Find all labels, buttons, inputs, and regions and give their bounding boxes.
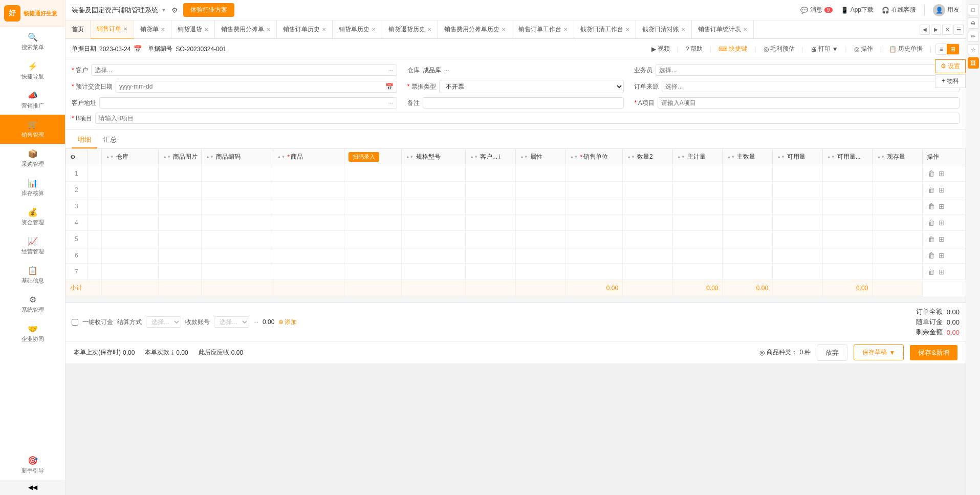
row-customer-5[interactable] bbox=[466, 231, 516, 247]
address-input[interactable]: ··· bbox=[99, 97, 397, 109]
list-view-btn[interactable]: ≡ bbox=[936, 44, 947, 54]
tab-sales-return[interactable]: 销货退货 ✕ bbox=[171, 20, 215, 39]
row-spec-1[interactable] bbox=[401, 165, 466, 182]
tab-order-workbench[interactable]: 销售订单工作台 ✕ bbox=[512, 20, 574, 39]
row-copy-btn-7[interactable]: ⊞ bbox=[938, 268, 946, 276]
row-unit-1[interactable] bbox=[565, 165, 623, 182]
sidebar-item-purchase[interactable]: 📦 采购管理 bbox=[0, 144, 65, 173]
row-delete-btn-2[interactable]: 🗑 bbox=[927, 186, 936, 194]
row-unit-2[interactable] bbox=[565, 182, 623, 198]
save-new-button[interactable]: 保存&新增 bbox=[910, 345, 957, 360]
sidebar-collapse-btn[interactable]: ◀◀ bbox=[0, 480, 65, 495]
row-delete-btn-1[interactable]: 🗑 bbox=[927, 169, 936, 178]
code-sort-icon[interactable]: ▲▼ bbox=[206, 155, 214, 159]
row-unit-6[interactable] bbox=[565, 247, 623, 264]
warehouse-sort-icon[interactable]: ▲▼ bbox=[106, 155, 114, 159]
customer-input[interactable]: ··· bbox=[91, 64, 397, 76]
right-sidebar-btn-5[interactable]: 🖼 bbox=[968, 57, 979, 69]
row-product-5[interactable] bbox=[273, 231, 344, 247]
row-copy-btn-2[interactable]: ⊞ bbox=[938, 186, 946, 194]
view-btn[interactable]: ▶ 视频 bbox=[648, 43, 673, 55]
row-customer-3[interactable] bbox=[466, 198, 516, 214]
row-delete-btn-4[interactable]: 🗑 bbox=[927, 219, 936, 227]
qty2-sort-icon[interactable]: ▲▼ bbox=[627, 155, 635, 159]
row-attr-1[interactable] bbox=[515, 165, 565, 182]
tab-close-icon[interactable]: ✕ bbox=[563, 27, 568, 32]
sidebar-item-marketing[interactable]: 📣 营销推广 bbox=[0, 85, 65, 115]
tab-invoice-history[interactable]: 销货单历史 ✕ bbox=[333, 20, 382, 39]
row-main-qty-2[interactable] bbox=[723, 182, 773, 198]
row-attr-3[interactable] bbox=[515, 198, 565, 214]
row-main-qty-3[interactable] bbox=[723, 198, 773, 214]
row-main-qty-7[interactable] bbox=[723, 264, 773, 280]
customer-dots-icon[interactable]: ··· bbox=[388, 67, 394, 74]
row-main-qty-6[interactable] bbox=[723, 247, 773, 264]
tab-detail[interactable]: 明细 bbox=[72, 132, 97, 148]
row-attr-4[interactable] bbox=[515, 214, 565, 231]
add-payment-btn[interactable]: ⊕ 添加 bbox=[278, 318, 297, 327]
row-warehouse-4[interactable] bbox=[101, 214, 159, 231]
sidebar-item-sales[interactable]: 🛒 销售管理 bbox=[0, 115, 65, 144]
row-customer-7[interactable] bbox=[466, 264, 516, 280]
order-source-field[interactable] bbox=[665, 83, 956, 90]
tab-order-stats[interactable]: 销售订单统计表 ✕ bbox=[692, 20, 754, 39]
a-project-input[interactable] bbox=[658, 97, 960, 109]
sidebar-item-basic[interactable]: 📋 基础信息 bbox=[0, 261, 65, 290]
row-warehouse-3[interactable] bbox=[101, 198, 159, 214]
row-product-6[interactable] bbox=[273, 247, 344, 264]
sidebar-item-finance[interactable]: 💰 资金管理 bbox=[0, 202, 65, 231]
sidebar-item-inventory[interactable]: 📊 库存核算 bbox=[0, 173, 65, 202]
discard-button[interactable]: 放弃 bbox=[817, 345, 847, 361]
row-main-qty-4[interactable] bbox=[723, 214, 773, 231]
unit-sort-icon[interactable]: ▲▼ bbox=[570, 155, 578, 159]
sidebar-item-system[interactable]: ⚙ 系统管理 bbox=[0, 290, 65, 319]
salesperson-input-field[interactable] bbox=[659, 67, 956, 74]
current-info-icon[interactable]: ℹ bbox=[171, 349, 174, 356]
right-sidebar-btn-3[interactable]: ✏ bbox=[968, 31, 979, 42]
delivery-input[interactable]: 📅 bbox=[116, 81, 397, 93]
row-spec-3[interactable] bbox=[401, 198, 466, 214]
row-product-7[interactable] bbox=[273, 264, 344, 280]
tab-close-icon[interactable]: ✕ bbox=[681, 27, 685, 32]
b-project-input[interactable] bbox=[95, 113, 960, 124]
settings-icon[interactable]: ⚙ bbox=[171, 6, 178, 14]
row-spec-4[interactable] bbox=[401, 214, 466, 231]
warehouse-dots-icon[interactable]: ··· bbox=[444, 67, 449, 74]
row-qty2-5[interactable] bbox=[623, 231, 673, 247]
customer-info-icon[interactable]: ℹ bbox=[498, 154, 500, 160]
right-sidebar-btn-4[interactable]: ☆ bbox=[968, 44, 979, 55]
tabs-close-btn[interactable]: ✕ bbox=[942, 25, 952, 35]
a-project-field[interactable] bbox=[661, 99, 956, 106]
row-unit-5[interactable] bbox=[565, 231, 623, 247]
app-download-btn[interactable]: 📱 App下载 bbox=[841, 6, 874, 14]
right-sidebar-btn-1[interactable]: □ bbox=[968, 4, 979, 15]
attr-sort-icon[interactable]: ▲▼ bbox=[520, 155, 528, 159]
row-warehouse-5[interactable] bbox=[101, 231, 159, 247]
right-sidebar-btn-2[interactable]: ⊕ bbox=[968, 17, 979, 29]
service-btn[interactable]: 🎧 在线客服 bbox=[882, 6, 916, 14]
row-code-6[interactable] bbox=[202, 247, 273, 264]
table-scrollbar[interactable] bbox=[66, 296, 966, 303]
customer-sort-icon[interactable]: ▲▼ bbox=[470, 155, 478, 159]
tab-daily-reconcile[interactable]: 钱货日清对账 ✕ bbox=[636, 20, 692, 39]
row-delete-btn-6[interactable]: 🗑 bbox=[927, 251, 936, 260]
history-btn[interactable]: 📋 历史单据 bbox=[886, 43, 926, 55]
tabs-menu-btn[interactable]: ☰ bbox=[953, 25, 964, 35]
product-sort-icon[interactable]: ▲▼ bbox=[277, 155, 286, 159]
row-customer-1[interactable] bbox=[466, 165, 516, 182]
row-attr-2[interactable] bbox=[515, 182, 565, 198]
scan-btn[interactable]: 扫码录入 bbox=[349, 152, 379, 162]
available-sort-icon[interactable]: ▲▼ bbox=[777, 155, 785, 159]
row-spec-5[interactable] bbox=[401, 231, 466, 247]
row-code-4[interactable] bbox=[202, 214, 273, 231]
row-copy-btn-6[interactable]: ⊞ bbox=[938, 251, 946, 260]
shortcut-btn[interactable]: ⌨ 快捷键 bbox=[715, 43, 750, 55]
delivery-date-field[interactable] bbox=[119, 83, 385, 90]
note-input[interactable] bbox=[423, 97, 624, 109]
tab-sales-order[interactable]: 销售订单 ✕ bbox=[91, 20, 134, 39]
row-spec-6[interactable] bbox=[401, 247, 466, 264]
tabs-next-btn[interactable]: ▶ bbox=[931, 25, 941, 35]
salesperson-input[interactable] bbox=[656, 64, 960, 76]
row-main-qty-1[interactable] bbox=[723, 165, 773, 182]
row-attr-5[interactable] bbox=[515, 231, 565, 247]
